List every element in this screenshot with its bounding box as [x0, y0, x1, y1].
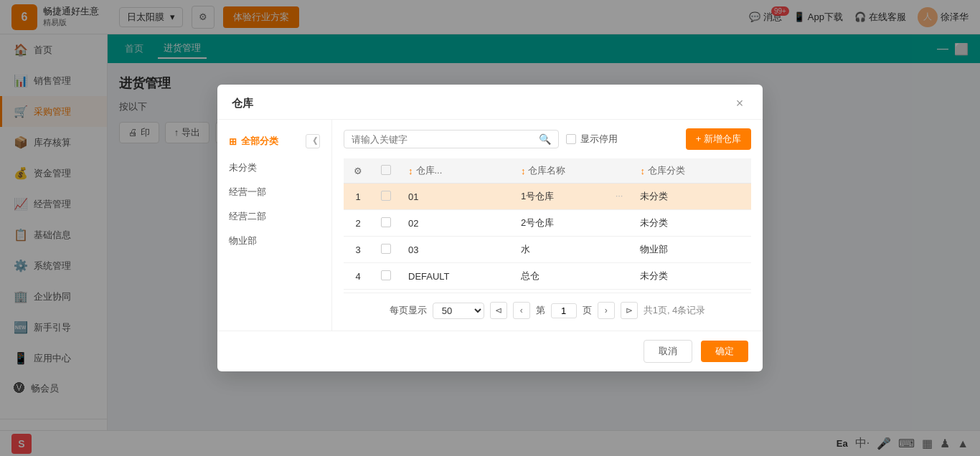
page-label-post: 页 [583, 304, 592, 317]
row-1-checkbox[interactable] [381, 191, 391, 201]
th-code: ↕ 仓库... [400, 158, 512, 184]
page-size-label: 每页显示 [390, 304, 427, 317]
row-3-checkbox[interactable] [381, 244, 391, 254]
row-1-more-icon[interactable]: ··· [616, 190, 623, 201]
table-header: ⚙ ↕ 仓库... [344, 158, 751, 184]
th-name: ↕ 仓库名称 [512, 158, 632, 184]
table-row[interactable]: 2 02 2号仓库 未分类 [344, 210, 751, 237]
modal-category-header[interactable]: ⊞ 全部分类 《 [217, 128, 331, 156]
row-name-3: 水 [512, 237, 632, 263]
search-input[interactable] [352, 134, 539, 145]
show-disabled-label: 显示停用 [580, 133, 618, 146]
category-unclassified[interactable]: 未分类 [217, 156, 331, 180]
table-body: 1 01 1号仓库··· 未分类 2 02 2号仓库 [344, 184, 751, 290]
show-disabled-option: 显示停用 [566, 133, 618, 146]
col-category-label: 仓库分类 [648, 164, 685, 177]
row-num-4: 4 [344, 263, 372, 290]
modal-footer: 取消 确定 [217, 331, 763, 371]
modal-body: ⊞ 全部分类 《 未分类 经营一部 经营二部 物业部 🔍 [217, 120, 763, 331]
col-name-label: 仓库名称 [528, 164, 565, 177]
row-code-2: 02 [400, 210, 512, 237]
warehouse-table: ⚙ ↕ 仓库... [344, 158, 751, 290]
row-name-4: 总仓 [512, 263, 632, 290]
row-num-1: 1 [344, 184, 372, 210]
search-box: 🔍 [344, 130, 559, 148]
row-category-4: 未分类 [631, 263, 751, 290]
next-page-button[interactable]: › [598, 302, 615, 319]
modal-category-label: 全部分类 [241, 135, 278, 148]
modal-sidebar: ⊞ 全部分类 《 未分类 经营一部 经营二部 物业部 [217, 120, 332, 331]
search-icon: 🔍 [539, 133, 551, 145]
th-checkbox [372, 158, 400, 184]
sort-code-icon: ↕ [408, 166, 413, 176]
show-disabled-checkbox[interactable] [566, 134, 576, 144]
row-name-2: 2号仓库 [512, 210, 632, 237]
row-num-3: 3 [344, 237, 372, 263]
modal-overlay: 仓库 × ⊞ 全部分类 《 未分类 经营一部 经营二部 物业部 [0, 0, 980, 456]
modal-main: 🔍 显示停用 + 新增仓库 ⚙ [332, 120, 763, 331]
modal-close-button[interactable]: × [731, 95, 748, 112]
first-page-button[interactable]: ⊲ [490, 302, 507, 319]
select-all-checkbox[interactable] [381, 165, 391, 175]
prev-page-button[interactable]: ‹ [513, 302, 530, 319]
table-container: ⚙ ↕ 仓库... [344, 158, 751, 290]
category-operation1[interactable]: 经营一部 [217, 180, 331, 204]
row-name-1: 1号仓库··· [512, 184, 632, 210]
row-code-1: 01 [400, 184, 512, 210]
category-operation2[interactable]: 经营二部 [217, 204, 331, 229]
cancel-button[interactable]: 取消 [644, 340, 692, 363]
row-checkbox-2[interactable] [372, 210, 400, 237]
row-category-2: 未分类 [631, 210, 751, 237]
table-row[interactable]: 1 01 1号仓库··· 未分类 [344, 184, 751, 210]
modal-title: 仓库 [232, 97, 253, 110]
modal-header: 仓库 × [217, 85, 763, 120]
modal-toolbar: 🔍 显示停用 + 新增仓库 [344, 128, 751, 150]
sort-cat-icon: ↕ [640, 166, 645, 176]
table-row[interactable]: 4 DEFAULT 总仓 未分类 [344, 263, 751, 290]
current-page-input[interactable] [551, 303, 577, 318]
settings-col-icon: ⚙ [354, 166, 362, 176]
grid-icon: ⊞ [229, 136, 237, 147]
last-page-button[interactable]: ⊳ [621, 302, 638, 319]
collapse-button[interactable]: 《 [306, 134, 320, 148]
add-warehouse-button[interactable]: + 新增仓库 [686, 128, 751, 150]
th-settings: ⚙ [344, 158, 372, 184]
page-size-select[interactable]: 50 10 20 100 [433, 303, 484, 319]
row-num-2: 2 [344, 210, 372, 237]
row-category-1: 未分类 [631, 184, 751, 210]
row-checkbox-3[interactable] [372, 237, 400, 263]
warehouse-modal: 仓库 × ⊞ 全部分类 《 未分类 经营一部 经营二部 物业部 [217, 85, 763, 371]
sort-name-icon: ↕ [521, 166, 526, 176]
th-category: ↕ 仓库分类 [631, 158, 751, 184]
row-code-3: 03 [400, 237, 512, 263]
row-category-3: 物业部 [631, 237, 751, 263]
total-records: 共1页, 4条记录 [644, 304, 706, 317]
row-2-checkbox[interactable] [381, 217, 391, 227]
col-code-label: 仓库... [416, 164, 443, 177]
category-property[interactable]: 物业部 [217, 229, 331, 253]
page-label-pre: 第 [536, 304, 545, 317]
row-checkbox-4[interactable] [372, 263, 400, 290]
table-row[interactable]: 3 03 水 物业部 [344, 237, 751, 263]
pagination-bar: 每页显示 50 10 20 100 ⊲ ‹ 第 页 › ⊳ 共1页, 4条记录 [344, 293, 751, 322]
row-4-checkbox[interactable] [381, 270, 391, 280]
confirm-button[interactable]: 确定 [701, 341, 748, 362]
row-checkbox-1[interactable] [372, 184, 400, 210]
row-code-4: DEFAULT [400, 263, 512, 290]
